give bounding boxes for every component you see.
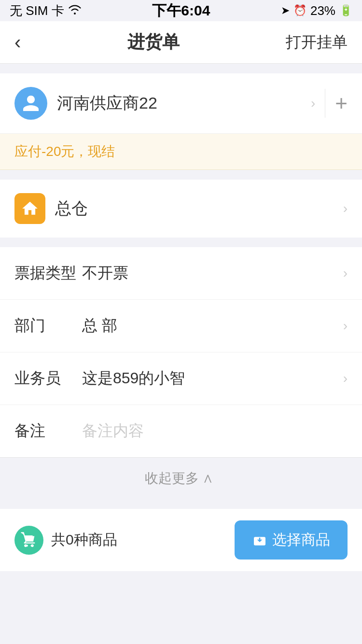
notice-text: 应付-20元，现结	[14, 144, 115, 159]
warehouse-chevron-icon: ›	[343, 201, 348, 216]
department-value: 总 部	[82, 315, 343, 336]
salesman-value: 这是859的小智	[82, 368, 343, 389]
page-background	[0, 571, 362, 644]
nav-bar: ‹ 进货单 打开挂单	[0, 21, 362, 64]
supplier-name: 河南供应商22	[57, 92, 311, 114]
location-icon: ➤	[281, 4, 290, 17]
collapse-row[interactable]: 收起更多 ∧	[0, 457, 362, 499]
supplier-right-actions: › +	[311, 89, 348, 118]
product-count-icon-container	[14, 526, 43, 555]
remark-label: 备注	[14, 420, 82, 442]
supplier-card: 河南供应商22 › + 应付-20元，现结	[0, 73, 362, 170]
top-divider	[0, 64, 362, 73]
add-supplier-button[interactable]: +	[335, 91, 348, 115]
bottom-bar: 共0种商品 选择商品	[0, 509, 362, 571]
product-count-label: 共0种商品	[51, 530, 117, 550]
form-section: 票据类型 不开票 › 部门 总 部 › 业务员 这是859的小智 › 备注 备注…	[0, 247, 362, 457]
select-product-icon	[252, 532, 267, 548]
warehouse-icon-container	[14, 193, 45, 224]
status-time: 下午6:04	[152, 1, 210, 21]
supplier-row[interactable]: 河南供应商22 › +	[0, 73, 362, 134]
warehouse-name: 总仓	[55, 197, 343, 220]
back-button[interactable]: ‹	[14, 31, 21, 53]
invoice-type-value: 不开票	[82, 263, 343, 284]
status-bar: 无 SIM 卡 下午6:04 ➤ ⏰ 23% 🔋	[0, 0, 362, 21]
salesman-label: 业务员	[14, 368, 82, 389]
warehouse-icon	[21, 199, 39, 218]
page-title: 进货单	[127, 30, 180, 54]
shopping-cart-icon	[21, 532, 37, 548]
battery-icon: 🔋	[339, 4, 352, 17]
warehouse-row[interactable]: 总仓 ›	[0, 180, 362, 238]
select-product-label: 选择商品	[272, 530, 330, 550]
remark-placeholder[interactable]: 备注内容	[82, 420, 348, 442]
select-product-button[interactable]: 选择商品	[235, 520, 348, 560]
collapse-text: 收起更多 ∧	[145, 469, 214, 488]
svg-point-1	[31, 545, 33, 546]
carrier-text: 无 SIM 卡	[10, 2, 64, 19]
battery-text: 23%	[310, 3, 335, 18]
product-count-group: 共0种商品	[14, 526, 117, 555]
svg-point-0	[26, 545, 28, 546]
remark-row[interactable]: 备注 备注内容	[0, 405, 362, 457]
status-indicators: ➤ ⏰ 23% 🔋	[281, 3, 352, 18]
department-label: 部门	[14, 315, 82, 336]
supplier-divider	[325, 89, 325, 118]
open-pending-button[interactable]: 打开挂单	[286, 32, 348, 53]
salesman-chevron-icon: ›	[343, 371, 348, 386]
gap-1	[0, 170, 362, 180]
department-chevron-icon: ›	[343, 318, 348, 334]
alarm-icon: ⏰	[293, 4, 306, 17]
person-icon	[21, 94, 41, 113]
status-carrier: 无 SIM 卡	[10, 2, 82, 19]
wifi-icon	[68, 4, 82, 17]
supplier-chevron-icon: ›	[311, 96, 315, 111]
invoice-type-row[interactable]: 票据类型 不开票 ›	[0, 247, 362, 300]
notice-banner: 应付-20元，现结	[0, 134, 362, 170]
invoice-type-label: 票据类型	[14, 263, 82, 284]
department-row[interactable]: 部门 总 部 ›	[0, 300, 362, 352]
supplier-avatar	[14, 87, 47, 120]
salesman-row[interactable]: 业务员 这是859的小智 ›	[0, 352, 362, 405]
invoice-type-chevron-icon: ›	[343, 266, 348, 281]
